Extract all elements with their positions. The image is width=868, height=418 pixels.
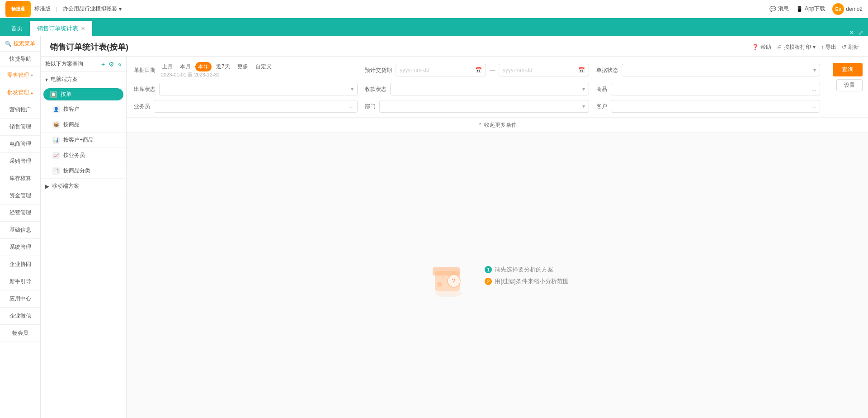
svg-text:?: ? xyxy=(452,277,455,285)
sidebar-shortcut[interactable]: 快捷导航 xyxy=(0,52,40,67)
payment-status-select[interactable]: ▾ xyxy=(390,83,589,95)
scheme-mobile-toggle: ▶ xyxy=(45,183,49,190)
dept-dropdown-icon: ▾ xyxy=(582,103,585,109)
sidebar-item-wholesale[interactable]: 批发管理 ▴ xyxy=(0,84,40,101)
scheme-add-icon[interactable]: + xyxy=(101,61,105,68)
empty-state: ? 1 请先选择要分析的方案 2 xyxy=(127,133,868,418)
filter-row-3: 业务员 ... 部门 ▾ xyxy=(134,100,820,113)
sidebar-item-member[interactable]: 畅会员 xyxy=(0,325,40,342)
expected-date-start-input[interactable]: yyyy-mm-dd 📅 xyxy=(396,64,486,76)
sidebar-item-retail[interactable]: 零售管理 ▾ xyxy=(0,67,40,84)
date-btn-this-month[interactable]: 本月 xyxy=(177,62,193,71)
customer-input[interactable]: ... xyxy=(611,100,820,113)
tab-home[interactable]: 首页 xyxy=(4,21,30,36)
app-download-btn[interactable]: 📱 App下载 xyxy=(796,5,825,13)
top-bar: 畅捷通 标准版 | 办公用品行业模拟账套 ▾ 💬 消息 📱 App下载 Ea d… xyxy=(0,0,868,18)
sidebar-item-purchase[interactable]: 采购管理 xyxy=(0,153,40,170)
scheme-item-by-product[interactable]: 📦 按商品 xyxy=(41,117,126,133)
sidebar-item-apps[interactable]: 应用中心 xyxy=(0,290,40,308)
setting-button[interactable]: 设置 xyxy=(836,79,863,91)
sidebar-item-corp[interactable]: 企业协同 xyxy=(0,256,40,273)
filter-staff: 业务员 ... xyxy=(134,100,358,113)
filter-row-2: 出库状态 ▾ 收款状态 xyxy=(134,83,820,95)
win-close-icon[interactable]: ✕ xyxy=(849,29,854,36)
win-max-icon[interactable]: ⤢ xyxy=(858,29,863,36)
tab-close-icon[interactable]: ✕ xyxy=(81,26,85,32)
expected-date-end-input[interactable]: yyyy-mm-dd 📅 xyxy=(499,64,589,76)
sidebar-item-sales[interactable]: 销售管理 xyxy=(0,119,40,136)
svg-rect-2 xyxy=(433,267,460,276)
date-btn-custom[interactable]: 自定义 xyxy=(253,62,274,71)
sidebar-item-newbie[interactable]: 新手引导 xyxy=(0,273,40,290)
scheme-panel: 按以下方案查询 + ⚙ « ▾ 电脑端方案 📋 按单 xyxy=(41,57,127,418)
sidebar-item-base[interactable]: 基础信息 xyxy=(0,222,40,239)
filter-customer: 客户 ... xyxy=(596,100,820,113)
scheme-item-icon-cust-prod: 📊 xyxy=(52,137,60,144)
payment-status-dropdown-icon: ▾ xyxy=(582,86,585,92)
filter-expected-date: 预计交货期 yyyy-mm-dd 📅 — yyyy-mm-dd 📅 xyxy=(365,62,589,78)
scheme-item-by-category[interactable]: 📑 按商品分类 xyxy=(41,163,126,179)
date-btn-more[interactable]: 更多 xyxy=(235,62,251,71)
scheme-item-by-customer[interactable]: 👤 按客户 xyxy=(41,102,126,117)
hint-num-1: 1 xyxy=(485,266,492,273)
top-bar-right: 💬 消息 📱 App下载 Ea demo2 xyxy=(769,3,863,15)
staff-input[interactable]: ... xyxy=(154,100,358,113)
dept-select[interactable]: ▾ xyxy=(379,100,589,113)
collapse-row[interactable]: ⌃ 收起更多条件 xyxy=(127,117,868,133)
filter-bill-date: 单据日期 上月 本月 本年 近7天 更多 自定义 xyxy=(134,62,358,78)
scheme-panel-header: 按以下方案查询 + ⚙ « xyxy=(41,57,126,72)
svg-point-6 xyxy=(442,276,444,279)
filter-payment-status: 收款状态 ▾ xyxy=(365,83,589,95)
scheme-mobile-title[interactable]: ▶ 移动端方案 xyxy=(41,179,126,194)
filter-bill-status: 单据状态 ▾ xyxy=(596,62,820,78)
hint-row-2: 2 用[过滤]条件来缩小分析范围 xyxy=(485,276,568,287)
sidebar-item-ops[interactable]: 经营管理 xyxy=(0,204,40,222)
scheme-item-icon-customer: 👤 xyxy=(52,106,60,113)
sidebar-item-wechat[interactable]: 企业微信 xyxy=(0,308,40,325)
account-dropdown[interactable]: 办公用品行业模拟账套 ▾ xyxy=(63,5,122,13)
action-buttons: 查询 设置 xyxy=(827,57,868,98)
date-btn-group: 上月 本月 本年 近7天 更多 自定义 xyxy=(159,62,358,71)
page-title: 销售订单统计表(按单) xyxy=(50,42,128,52)
sidebar-item-system[interactable]: 系统管理 xyxy=(0,239,40,256)
filter-dept: 部门 ▾ xyxy=(365,100,589,113)
nav-tabs: 首页 销售订单统计表 ✕ ✕ ⤢ xyxy=(0,18,868,36)
hint-num-2: 2 xyxy=(485,278,492,285)
sidebar-item-finance[interactable]: 资金管理 xyxy=(0,187,40,204)
avatar: Ea xyxy=(832,3,844,15)
page-actions: ❓ 帮助 🖨 按模板打印 ▾ ↑ 导出 ↺ 刷新 xyxy=(752,43,859,51)
product-input[interactable]: ... xyxy=(611,83,820,95)
help-btn[interactable]: ❓ 帮助 xyxy=(752,43,771,51)
scheme-edit-icon[interactable]: ⚙ xyxy=(108,61,114,68)
user-menu[interactable]: Ea demo2 xyxy=(832,3,863,15)
scheme-collapse-icon[interactable]: « xyxy=(118,61,122,68)
message-btn[interactable]: 💬 消息 xyxy=(769,5,789,13)
filter-out-status: 出库状态 ▾ xyxy=(134,83,358,95)
scheme-item-by-staff[interactable]: 📈 按业务员 xyxy=(41,148,126,163)
filter-row-1: 单据日期 上月 本月 本年 近7天 更多 自定义 xyxy=(134,62,820,78)
scheme-item-by-cust-prod[interactable]: 📊 按客户+商品 xyxy=(41,133,126,148)
sidebar-search[interactable]: 🔍 搜索菜单 xyxy=(0,36,40,52)
inner-layout: 按以下方案查询 + ⚙ « ▾ 电脑端方案 📋 按单 xyxy=(41,57,868,418)
scheme-item-by-order[interactable]: 📋 按单 xyxy=(43,88,123,101)
out-status-select[interactable]: ▾ xyxy=(159,83,358,95)
app-logo: 畅捷通 xyxy=(5,1,31,17)
sidebar-item-inventory[interactable]: 库存核算 xyxy=(0,170,40,187)
date-btn-last7[interactable]: 近7天 xyxy=(213,62,233,71)
calendar-end-icon: 📅 xyxy=(578,67,585,73)
scheme-section-desktop: ▾ 电脑端方案 📋 按单 👤 按客户 📦 按商品 xyxy=(41,72,126,179)
scheme-desktop-title[interactable]: ▾ 电脑端方案 xyxy=(41,72,126,87)
date-btn-this-year[interactable]: 本年 xyxy=(195,62,212,71)
print-btn[interactable]: 🖨 按模板打印 ▾ xyxy=(777,43,816,51)
filter-section: 单据日期 上月 本月 本年 近7天 更多 自定义 xyxy=(127,57,868,133)
sidebar-item-marketing[interactable]: 营销推广 xyxy=(0,101,40,119)
top-bar-left: 畅捷通 标准版 | 办公用品行业模拟账套 ▾ xyxy=(5,1,122,17)
export-btn[interactable]: ↑ 导出 xyxy=(821,43,836,51)
sidebar-item-ecom[interactable]: 电商管理 xyxy=(0,136,40,153)
bill-status-select[interactable]: ▾ xyxy=(622,64,820,76)
tab-sales-stats[interactable]: 销售订单统计表 ✕ xyxy=(30,21,92,36)
date-btn-last-month[interactable]: 上月 xyxy=(159,62,175,71)
page-header: 销售订单统计表(按单) ❓ 帮助 🖨 按模板打印 ▾ ↑ 导出 ↺ 刷新 xyxy=(41,36,868,57)
refresh-btn[interactable]: ↺ 刷新 xyxy=(842,43,859,51)
query-button[interactable]: 查询 xyxy=(833,63,863,76)
